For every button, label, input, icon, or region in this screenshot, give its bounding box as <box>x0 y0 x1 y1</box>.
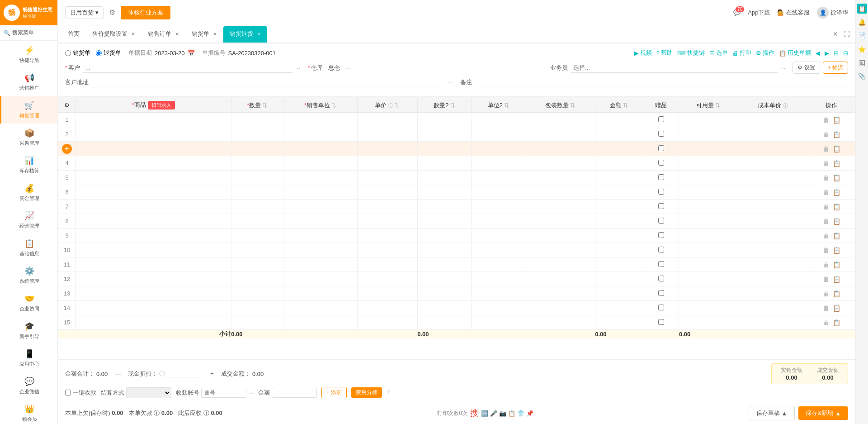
available-cell-14[interactable] <box>679 301 738 315</box>
gift-check-2[interactable] <box>658 131 664 137</box>
price-cell-8[interactable] <box>357 214 417 229</box>
sidebar-item-newbie[interactable]: 🎓新手引导 <box>0 317 57 344</box>
right-panel-item-3[interactable]: 📄 <box>857 31 867 41</box>
view-toggle2[interactable]: ⊟ <box>843 50 848 57</box>
tool1[interactable]: 🔤 <box>481 410 488 417</box>
cost-cell-6[interactable] <box>738 185 808 200</box>
available-cell-15[interactable] <box>679 315 738 330</box>
cost-cell-5[interactable] <box>738 171 808 185</box>
cost-cell-15[interactable] <box>738 315 808 330</box>
gift-cell-1[interactable] <box>643 113 679 127</box>
pkg-cell-8[interactable] <box>525 214 595 229</box>
staff-selector[interactable]: ··· <box>780 64 786 71</box>
prev-btn[interactable]: ◀ <box>816 50 820 57</box>
gift-check-13[interactable] <box>658 290 664 296</box>
copy-icon-9[interactable]: 📋 <box>833 232 840 239</box>
price-cell-6[interactable] <box>357 185 417 200</box>
one-click-payment-label[interactable]: 一键收款 <box>65 389 96 397</box>
gift-cell-7[interactable] <box>643 200 679 214</box>
gift-check-1[interactable] <box>658 116 664 122</box>
amount-input[interactable] <box>272 388 317 398</box>
unit-cell-3[interactable] <box>283 142 358 156</box>
tab-close-sales-return[interactable]: ✕ <box>257 31 261 37</box>
right-panel-item-6[interactable]: 📎 <box>857 71 867 81</box>
qty-cell-15[interactable] <box>231 315 283 330</box>
gift-check-11[interactable] <box>658 261 664 267</box>
qty-cell-1[interactable] <box>231 113 283 127</box>
tab-sales-return[interactable]: 销货退货✕ <box>223 26 267 43</box>
cost-cell-13[interactable] <box>738 286 808 301</box>
sidebar-item-appstore[interactable]: 📱应用中心 <box>0 344 57 372</box>
amount-cell-8[interactable] <box>595 214 643 229</box>
tab-close-sales[interactable]: ✕ <box>213 31 217 37</box>
add-expense-btn[interactable]: + 添加 <box>321 387 347 398</box>
copy-icon-5[interactable]: 📋 <box>833 174 840 181</box>
qty2-cell-4[interactable] <box>417 156 471 171</box>
pkg-cell-6[interactable] <box>525 185 595 200</box>
print-link[interactable]: 🖨 打印 <box>732 49 751 57</box>
save-draft-btn[interactable]: 保存草稿 ▲ <box>749 406 795 420</box>
unit-cell-8[interactable] <box>283 214 358 229</box>
discount-input[interactable] <box>167 370 203 377</box>
user-info[interactable]: 👤 徐泽华 <box>817 7 848 19</box>
amount-cell-3[interactable] <box>595 142 643 156</box>
amount-cell-4[interactable] <box>595 156 643 171</box>
amount-cell-11[interactable] <box>595 257 643 272</box>
discount-help[interactable]: ⓘ <box>159 370 165 378</box>
available-cell-4[interactable] <box>679 156 738 171</box>
cost-cell-2[interactable] <box>738 127 808 142</box>
video-link[interactable]: ▶ 视频 <box>634 49 652 57</box>
goods-cell-15[interactable] <box>76 315 231 330</box>
pkg-cell-1[interactable] <box>525 113 595 127</box>
calendar-icon[interactable]: 📅 <box>188 50 195 57</box>
logistics-btn[interactable]: + 物流 <box>823 62 848 74</box>
amount-cell-9[interactable] <box>595 229 643 243</box>
gift-check-6[interactable] <box>658 189 664 195</box>
unit2-cell-11[interactable] <box>472 257 525 272</box>
help-link[interactable]: ? 帮助 <box>656 49 673 57</box>
price-cell-10[interactable] <box>357 243 417 257</box>
setting-btn[interactable]: ⚙ 设置 <box>793 62 820 74</box>
delete-icon-2[interactable]: 🗑 <box>823 131 829 138</box>
amount-cell-13[interactable] <box>595 286 643 301</box>
qty2-cell-9[interactable] <box>417 229 471 243</box>
pkg-cell-4[interactable] <box>525 156 595 171</box>
goods-cell-14[interactable] <box>76 301 231 315</box>
unit-cell-2[interactable] <box>283 127 358 142</box>
unit2-cell-12[interactable] <box>472 272 525 286</box>
pkg-cell-5[interactable] <box>525 171 595 185</box>
delete-icon-12[interactable]: 🗑 <box>823 276 829 283</box>
goods-cell-12[interactable] <box>76 272 231 286</box>
unit2-cell-15[interactable] <box>472 315 525 330</box>
qty2-cell-13[interactable] <box>417 286 471 301</box>
tool4[interactable]: 📋 <box>508 410 515 417</box>
available-cell-7[interactable] <box>679 200 738 214</box>
cost-cell-4[interactable] <box>738 156 808 171</box>
history-link[interactable]: 📋 历史单据 <box>779 49 811 57</box>
view-toggle1[interactable]: ⊞ <box>834 50 839 57</box>
address-selector[interactable]: ··· <box>448 79 453 86</box>
unit-cell-7[interactable] <box>283 200 358 214</box>
expense-split-btn[interactable]: 费用分摊 <box>351 387 382 398</box>
settings-topbar-icon[interactable]: ⚙ <box>109 8 115 17</box>
available-cell-1[interactable] <box>679 113 738 127</box>
available-cell-13[interactable] <box>679 286 738 301</box>
gift-check-3[interactable] <box>658 145 664 151</box>
available-cell-10[interactable] <box>679 243 738 257</box>
qty-cell-5[interactable] <box>231 171 283 185</box>
qty-cell-2[interactable] <box>231 127 283 142</box>
copy-icon-14[interactable]: 📋 <box>833 305 840 312</box>
delete-icon-14[interactable]: 🗑 <box>823 305 829 312</box>
goods-cell-7[interactable] <box>76 200 231 214</box>
amount-cell-14[interactable] <box>595 301 643 315</box>
qty-cell-14[interactable] <box>231 301 283 315</box>
delete-icon-5[interactable]: 🗑 <box>823 174 829 181</box>
tool3[interactable]: 📷 <box>499 410 506 417</box>
price-cell-12[interactable] <box>357 272 417 286</box>
sidebar-item-marketing[interactable]: 📢营销推广 <box>0 68 57 96</box>
sidebar-item-finance[interactable]: 💰资金管理 <box>0 179 57 206</box>
gift-cell-12[interactable] <box>643 272 679 286</box>
goods-cell-13[interactable] <box>76 286 231 301</box>
amount-cell-6[interactable] <box>595 185 643 200</box>
price-cell-2[interactable] <box>357 127 417 142</box>
